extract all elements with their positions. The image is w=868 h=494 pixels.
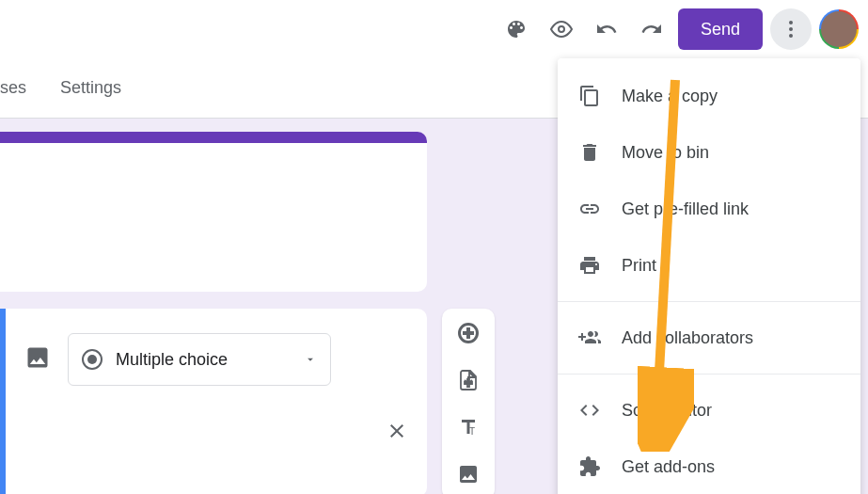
redo-icon[interactable] <box>633 10 671 48</box>
question-type-label: Multiple choice <box>116 350 228 370</box>
radio-icon <box>82 349 103 370</box>
add-image-icon[interactable] <box>24 344 51 374</box>
menu-label: Move to bin <box>622 143 709 163</box>
trash-icon <box>578 141 601 164</box>
tab-settings[interactable]: Settings <box>43 58 138 118</box>
svg-point-3 <box>789 34 793 38</box>
menu-label: Get add-ons <box>622 457 715 477</box>
remove-option-button[interactable] <box>386 420 408 448</box>
svg-point-2 <box>789 27 793 31</box>
menu-label: Script editor <box>622 401 712 421</box>
menu-label: Add collaborators <box>622 328 753 348</box>
menu-divider <box>558 374 860 374</box>
send-button[interactable]: Send <box>678 8 763 50</box>
question-toolbar: T <box>442 309 495 494</box>
people-add-icon <box>578 327 601 349</box>
more-menu-button[interactable] <box>770 8 812 50</box>
menu-divider <box>558 301 860 302</box>
menu-make-copy[interactable]: Make a copy <box>558 68 860 124</box>
link-icon <box>578 198 601 220</box>
question-type-selector[interactable]: Multiple choice <box>68 333 331 386</box>
extension-icon <box>578 455 601 478</box>
add-question-icon[interactable] <box>455 320 481 346</box>
menu-label: Make a copy <box>622 87 718 106</box>
form-title-card[interactable] <box>0 132 427 292</box>
customize-theme-icon[interactable] <box>497 10 535 48</box>
menu-script-editor[interactable]: Script editor <box>558 382 860 438</box>
account-avatar[interactable] <box>819 9 859 49</box>
menu-prefilled-link[interactable]: Get pre-filled link <box>558 181 860 237</box>
print-icon <box>578 254 601 277</box>
svg-text:T: T <box>469 426 475 437</box>
copy-icon <box>578 85 601 107</box>
menu-move-to-bin[interactable]: Move to bin <box>558 124 860 181</box>
tab-responses[interactable]: ses <box>0 58 43 118</box>
menu-print[interactable]: Print <box>558 237 860 294</box>
form-accent-bar <box>0 132 427 143</box>
svg-point-0 <box>559 26 564 32</box>
more-dropdown-menu: Make a copy Move to bin Get pre-filled l… <box>558 58 860 494</box>
question-card[interactable]: Multiple choice <box>0 309 427 494</box>
add-title-icon[interactable]: T <box>455 414 481 440</box>
preview-icon[interactable] <box>543 10 580 48</box>
undo-icon[interactable] <box>588 10 625 48</box>
add-image-toolbar-icon[interactable] <box>455 461 481 487</box>
import-questions-icon[interactable] <box>455 367 481 393</box>
menu-add-collaborators[interactable]: Add collaborators <box>558 310 860 366</box>
svg-point-1 <box>789 21 793 24</box>
chevron-down-icon <box>304 353 317 366</box>
menu-label: Print <box>622 256 656 276</box>
menu-get-addons[interactable]: Get add-ons <box>558 438 860 494</box>
code-icon <box>578 399 601 422</box>
menu-label: Get pre-filled link <box>622 199 749 219</box>
